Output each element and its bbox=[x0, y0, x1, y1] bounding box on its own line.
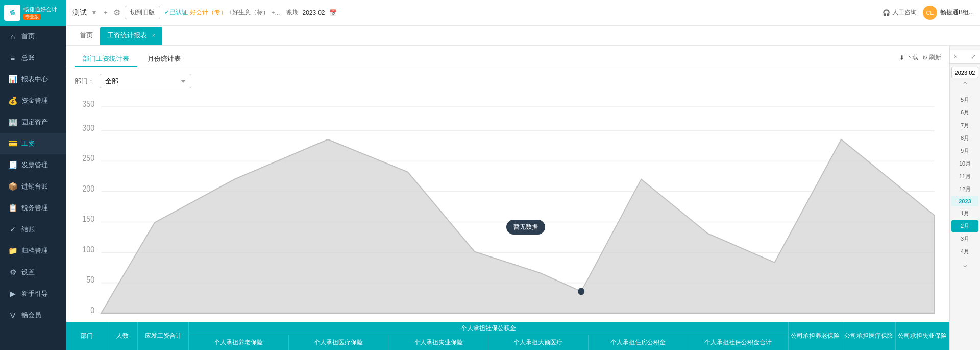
reports-icon: 📊 bbox=[8, 75, 17, 84]
nav-up-button[interactable]: ⌃ bbox=[960, 78, 970, 92]
sidebar-item-newbie[interactable]: ▶ 新手引导 bbox=[0, 283, 66, 305]
sub-tab-actions: ⬇ 下载 ↻ 刷新 bbox=[899, 53, 941, 65]
archive-icon: 📁 bbox=[8, 246, 17, 255]
th-personal-housing: 个人承担住房公积金 bbox=[589, 335, 689, 350]
headset-icon: 🎧 bbox=[883, 9, 890, 16]
sidebar-item-purchase[interactable]: 📦 进销台账 bbox=[0, 176, 66, 197]
year-2023: 2023 bbox=[951, 196, 978, 206]
month-6[interactable]: 6月 bbox=[951, 107, 978, 119]
month-10[interactable]: 10月 bbox=[951, 158, 978, 170]
sidebar-item-member[interactable]: V 畅会员 bbox=[0, 305, 66, 326]
sidebar-item-salary[interactable]: 💳 工资 bbox=[0, 133, 66, 154]
sidebar-label-purchase: 进销台账 bbox=[21, 182, 48, 191]
svg-text:50: 50 bbox=[86, 275, 94, 285]
nav-down-button[interactable]: ⌄ bbox=[960, 258, 970, 271]
right-panel-expand[interactable]: ⤢ bbox=[969, 53, 978, 60]
help-button[interactable]: 🎧 人工咨询 bbox=[883, 8, 917, 17]
th-group-personal: 个人承担社保公积金 个人承担养老保险 个人承担医疗保险 个人承担失业保险 个人承… bbox=[189, 322, 789, 350]
sidebar-item-closing[interactable]: ✓ 结账 bbox=[0, 219, 66, 240]
svg-text:350: 350 bbox=[82, 100, 94, 108]
svg-text:300: 300 bbox=[82, 123, 94, 132]
main-content: 测试 ▼ + ⚙ 切到旧版 ✓已认证 好会计（专） +好生意（标） +... 账… bbox=[66, 0, 980, 350]
sidebar-item-funds[interactable]: 💰 资金管理 bbox=[0, 90, 66, 111]
refresh-button[interactable]: ↻ 刷新 bbox=[922, 53, 941, 62]
sidebar-label-ledger: 总账 bbox=[21, 53, 35, 62]
settings-top-icon[interactable]: ⚙ bbox=[113, 8, 120, 17]
sidebar-label-closing: 结账 bbox=[21, 225, 35, 234]
th-group-personal-label: 个人承担社保公积金 bbox=[189, 322, 788, 335]
sidebar-item-archive[interactable]: 📁 归档管理 bbox=[0, 240, 66, 262]
sidebar-item-ledger[interactable]: ≡ 总账 bbox=[0, 47, 66, 68]
salary-icon: 💳 bbox=[8, 139, 17, 148]
sidebar-item-reports[interactable]: 📊 报表中心 bbox=[0, 68, 66, 90]
month-list: 5月 6月 7月 8月 9月 10月 11月 12月 2023 1月 2月 3月… bbox=[950, 94, 980, 258]
topbar-tags: ✓已认证 好会计（专） +好生意（标） +... 账期 2023-02 📅 bbox=[164, 8, 336, 17]
tab-dept-salary[interactable]: 部门工资统计表 bbox=[75, 51, 137, 67]
month-8[interactable]: 8月 bbox=[951, 132, 978, 144]
svg-text:0: 0 bbox=[90, 306, 94, 315]
sidebar-item-settings[interactable]: ⚙ 设置 bbox=[0, 262, 66, 283]
month-3[interactable]: 3月 bbox=[951, 233, 978, 245]
tab-home[interactable]: 首页 bbox=[72, 27, 100, 45]
th-company-pension: 公司承担养老保险 bbox=[789, 322, 842, 350]
tab-salary-report[interactable]: 工资统计报表 × bbox=[100, 27, 162, 45]
period-label: 账期 bbox=[286, 8, 299, 17]
tag3: +... bbox=[271, 9, 280, 16]
month-1[interactable]: 1月 bbox=[951, 207, 978, 219]
period-value: 2023-02 bbox=[303, 9, 325, 16]
month-12[interactable]: 12月 bbox=[951, 183, 978, 195]
company-dropdown-icon[interactable]: ▼ bbox=[91, 9, 97, 16]
th-total-salary: 应发工资合计 bbox=[138, 322, 189, 350]
th-personal-unemployment: 个人承担失业保险 bbox=[388, 335, 488, 350]
switch-old-btn[interactable]: 切到旧版 bbox=[125, 6, 160, 19]
sidebar-logo[interactable]: 畅 畅捷通好会计 专业版 bbox=[0, 0, 66, 26]
dept-filter-select[interactable]: 全部 销售部 技术部 行政部 财务部 bbox=[100, 74, 191, 88]
calendar-icon[interactable]: 📅 bbox=[329, 9, 337, 16]
svg-marker-16 bbox=[101, 139, 935, 313]
month-9[interactable]: 9月 bbox=[951, 145, 978, 157]
month-5[interactable]: 5月 bbox=[951, 94, 978, 106]
funds-icon: 💰 bbox=[8, 96, 17, 105]
download-icon: ⬇ bbox=[899, 54, 904, 61]
month-7[interactable]: 7月 bbox=[951, 120, 978, 131]
chart-container: 0 50 100 150 200 250 300 350 bbox=[66, 95, 949, 322]
topbar-right: 🎧 人工咨询 CE 畅捷通B组... bbox=[883, 6, 974, 20]
sub-tabs: 部门工资统计表 月份统计表 ⬇ 下载 ↻ 刷新 bbox=[66, 46, 949, 67]
assets-icon: 🏢 bbox=[8, 118, 17, 127]
svg-point-17 bbox=[578, 288, 584, 295]
date-input[interactable] bbox=[951, 67, 978, 78]
user-menu[interactable]: CE 畅捷通B组... bbox=[923, 6, 974, 20]
add-button[interactable]: + bbox=[104, 9, 108, 16]
sidebar-label-reports: 报表中心 bbox=[21, 75, 48, 84]
sidebar-item-assets[interactable]: 🏢 固定资产 bbox=[0, 111, 66, 133]
th-personal-pension: 个人承担养老保险 bbox=[189, 335, 289, 350]
sidebar-item-tax[interactable]: 📋 税务管理 bbox=[0, 197, 66, 219]
tab-close-icon[interactable]: × bbox=[152, 32, 155, 38]
logo-icon: 畅 bbox=[4, 5, 20, 21]
th-personal-medical: 个人承担医疗保险 bbox=[289, 335, 389, 350]
tab-bar: 首页 工资统计报表 × bbox=[66, 26, 980, 46]
salary-chart: 0 50 100 150 200 250 300 350 bbox=[75, 100, 941, 317]
user-name: 畅捷通B组... bbox=[940, 8, 974, 17]
dept-filter-label: 部门： bbox=[75, 77, 94, 86]
th-company-medical: 公司承担医疗保险 bbox=[842, 322, 896, 350]
filter-row: 部门： 全部 销售部 技术部 行政部 财务部 bbox=[66, 67, 949, 95]
right-panel: × ⤢ ⌃ 5月 6月 7月 8月 9月 10月 11月 12月 2023 1月… bbox=[949, 46, 980, 350]
sidebar-nav: ⌂ 首页 ≡ 总账 📊 报表中心 💰 资金管理 🏢 固定资产 💳 工资 🧾 发票… bbox=[0, 26, 66, 350]
sidebar-item-invoice[interactable]: 🧾 发票管理 bbox=[0, 154, 66, 176]
month-11[interactable]: 11月 bbox=[951, 171, 978, 182]
right-panel-header: × ⤢ bbox=[950, 50, 980, 64]
sidebar-label-invoice: 发票管理 bbox=[21, 160, 48, 170]
th-personal-bigmedical: 个人承担大额医疗 bbox=[488, 335, 589, 350]
content-area: 部门工资统计表 月份统计表 ⬇ 下载 ↻ 刷新 bbox=[66, 46, 949, 350]
month-4[interactable]: 4月 bbox=[951, 246, 978, 258]
right-panel-close[interactable]: × bbox=[952, 53, 960, 60]
tab-monthly[interactable]: 月份统计表 bbox=[139, 51, 189, 67]
download-button[interactable]: ⬇ 下载 bbox=[899, 53, 918, 62]
sidebar-label-home: 首页 bbox=[21, 32, 35, 41]
sidebar-item-home[interactable]: ⌂ 首页 bbox=[0, 26, 66, 47]
svg-text:200: 200 bbox=[82, 184, 94, 193]
certified-tag: ✓已认证 bbox=[164, 8, 188, 17]
month-2[interactable]: 2月 bbox=[951, 220, 978, 232]
th-company-unemployment: 公司承担失业保险 bbox=[896, 322, 949, 350]
